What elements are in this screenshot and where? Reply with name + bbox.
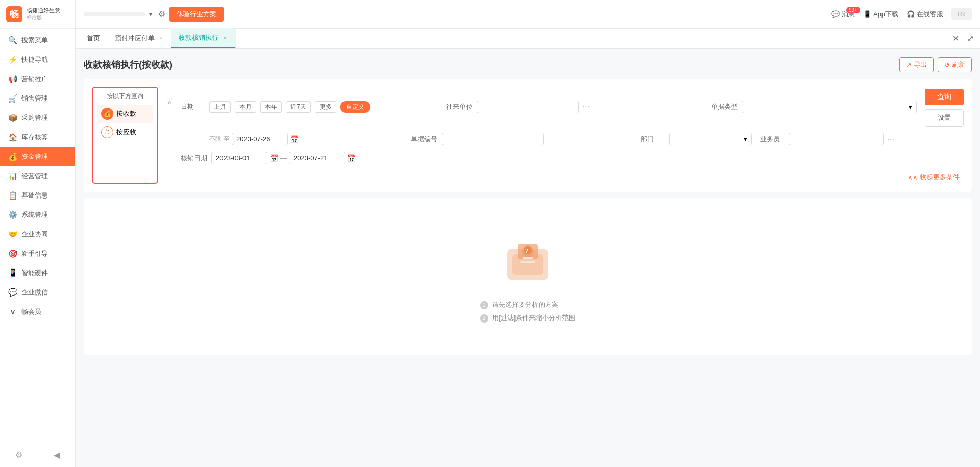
sidebar-item-finance[interactable]: 💰 资金管理 [0, 147, 75, 166]
salesperson-input[interactable] [789, 133, 884, 145]
hardware-icon: 📱 [8, 268, 17, 278]
search-button[interactable]: 查询 [925, 89, 964, 105]
query-by-receivable[interactable]: ⏱ 按应收 [97, 123, 153, 141]
tab-prepay-close[interactable]: × [158, 35, 164, 42]
collapse-more-btn[interactable]: ∧∧ 收起更多条件 [181, 170, 964, 184]
sidebar-item-operations[interactable]: 📊 经营管理 [0, 166, 75, 186]
counterpart-group: 往来单位 ··· [446, 101, 703, 113]
salesperson-dots-icon[interactable]: ··· [888, 135, 894, 144]
export-icon: ↗ [906, 61, 912, 69]
basic-info-icon: 📋 [8, 191, 17, 200]
export-button[interactable]: ↗ 导出 [899, 57, 934, 72]
dept-select[interactable]: ▾ [669, 133, 751, 145]
refresh-button[interactable]: ↺ 刷新 [938, 57, 972, 72]
counterpart-dots-icon[interactable]: ··· [583, 102, 590, 111]
collapse-up-icon: ∧∧ [908, 174, 918, 181]
sidebar-item-search-menu[interactable]: 🔍 搜索菜单 [0, 31, 75, 50]
doc-type-group: 单据类型 ▾ [711, 101, 917, 113]
header-search-box [84, 12, 145, 16]
tab-prepay-label: 预付冲应付单 [115, 34, 155, 43]
header-dropdown-icon[interactable]: ▾ [149, 11, 152, 18]
service-label: 在线客服 [917, 10, 943, 19]
industry-btn[interactable]: 休验行业方案 [169, 7, 224, 22]
refresh-label: 刷新 [952, 60, 965, 69]
sidebar-item-label: 企业微信 [21, 288, 48, 297]
counterpart-input[interactable] [477, 101, 579, 113]
sidebar-item-system[interactable]: ⚙️ 系统管理 [0, 205, 75, 225]
date-btn-more[interactable]: 更多 [315, 101, 336, 113]
doc-type-select[interactable]: ▾ [742, 101, 917, 113]
tab-prepay[interactable]: 预付冲应付单 × [108, 28, 172, 48]
date-btn-last-month[interactable]: 上月 [209, 101, 231, 113]
date-btn-7days[interactable]: 近7天 [286, 101, 311, 113]
sidebar-item-inventory[interactable]: 🏠 库存核算 [0, 128, 75, 147]
user-avatar: Rit [951, 8, 972, 20]
logo-icon: 畅 [6, 6, 22, 22]
message-button[interactable]: 💬 消息 99+ [831, 10, 855, 19]
date-to-input[interactable] [232, 133, 288, 145]
sidebar-item-label: 资金管理 [21, 152, 48, 161]
tab-receipt[interactable]: 收款核销执行 × [172, 28, 235, 48]
sidebar-item-wechat[interactable]: 💬 企业微信 [0, 283, 75, 302]
settings-button[interactable]: 设置 [925, 109, 964, 127]
verif-from-calendar-icon[interactable]: 📅 [270, 154, 278, 162]
header-gear-icon[interactable]: ⚙ [158, 9, 165, 19]
doc-no-group: 单据编号 [411, 133, 633, 145]
sidebar-item-label: 畅会员 [21, 307, 41, 316]
filter-panel: 按以下方查询 💰 按收款 ⏱ 按应收 » 日期 [84, 79, 972, 192]
date-btn-this-month[interactable]: 本月 [235, 101, 256, 113]
app-label: App下载 [873, 10, 898, 19]
sidebar-footer: ⚙ ◀ [0, 443, 75, 467]
logo-sub: 标准版 [27, 14, 60, 21]
date-calendar-icon[interactable]: 📅 [290, 135, 299, 143]
filter-collapse-btn[interactable]: » [164, 87, 175, 117]
empty-tip-2: 2 用[过滤]条件来缩小分析范围 [480, 311, 576, 325]
verif-date-from-input[interactable] [211, 152, 267, 164]
verif-date-to-input[interactable] [289, 152, 345, 164]
tab-home-label: 首页 [87, 34, 100, 43]
close-window-icon[interactable]: ✕ [950, 32, 961, 45]
doc-type-dropdown-icon: ▾ [909, 103, 912, 111]
sidebar-item-label: 营销推广 [21, 75, 48, 84]
date-btn-this-year[interactable]: 本年 [260, 101, 282, 113]
sidebar-item-enterprise[interactable]: 🤝 企业协同 [0, 225, 75, 244]
sidebar-item-label: 快捷导航 [21, 55, 48, 64]
tab-home[interactable]: 首页 [80, 28, 108, 48]
collapse-sidebar-button[interactable]: ◀ [51, 447, 63, 463]
empty-illustration: ? [497, 229, 558, 290]
sidebar-item-basic-info[interactable]: 📋 基础信息 [0, 186, 75, 205]
filter-fields: 日期 上月 本月 本年 近7天 更多 自定义 往来单位 ··· [181, 87, 964, 184]
query-by-receipt[interactable]: 💰 按收款 [97, 105, 153, 123]
sidebar-item-hardware[interactable]: 📱 智能硬件 [0, 263, 75, 283]
quick-nav-icon: ⚡ [8, 55, 17, 64]
tab-receipt-close[interactable]: × [222, 34, 228, 41]
sidebar-item-label: 系统管理 [21, 210, 48, 219]
sidebar-item-quick-nav[interactable]: ⚡ 快捷导航 [0, 50, 75, 69]
sidebar-item-marketing[interactable]: 📢 营销推广 [0, 69, 75, 89]
maximize-icon[interactable]: ⤢ [965, 32, 976, 45]
verif-to-calendar-icon[interactable]: 📅 [347, 154, 356, 162]
inventory-icon: 🏠 [8, 133, 17, 142]
verif-date-separator: — [280, 154, 287, 162]
doc-no-label: 单据编号 [411, 135, 437, 144]
sidebar-item-purchase[interactable]: 📦 采购管理 [0, 108, 75, 128]
wechat-icon: 💬 [8, 288, 17, 297]
marketing-icon: 📢 [8, 75, 17, 84]
online-service-button[interactable]: 🎧 在线客服 [906, 10, 943, 19]
svg-rect-5 [520, 261, 535, 263]
sidebar-item-guide[interactable]: 🎯 新手引导 [0, 244, 75, 263]
message-badge: 99+ [846, 7, 860, 13]
query-type-title: 按以下方查询 [97, 92, 153, 101]
app-download-button[interactable]: 📱 App下载 [863, 10, 898, 19]
nav-list: 🔍 搜索菜单 ⚡ 快捷导航 📢 营销推广 🛒 销售管理 📦 采购管理 🏠 库存核… [0, 29, 75, 443]
svg-text:?: ? [525, 248, 528, 254]
search-menu-icon: 🔍 [8, 36, 17, 45]
doc-no-input[interactable] [442, 133, 544, 145]
date-btn-custom[interactable]: 自定义 [340, 101, 370, 113]
sidebar-item-sales[interactable]: 🛒 销售管理 [0, 89, 75, 108]
sidebar-item-label: 采购管理 [21, 113, 48, 122]
sidebar-item-member[interactable]: V 畅会员 [0, 302, 75, 322]
dept-dropdown-icon: ▾ [744, 135, 747, 143]
settings-footer-button[interactable]: ⚙ [12, 447, 26, 463]
operations-icon: 📊 [8, 171, 17, 181]
